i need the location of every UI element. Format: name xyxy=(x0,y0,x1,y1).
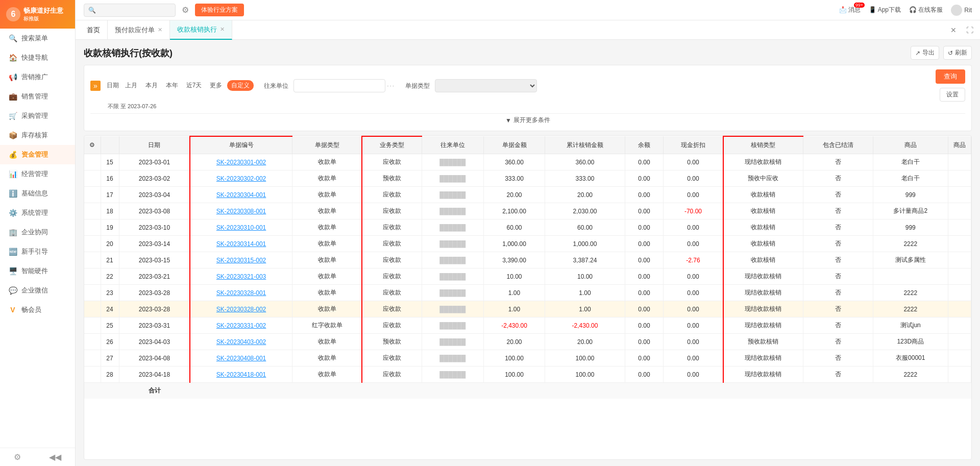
cell-receipt-no[interactable]: SK-20230308-001 xyxy=(190,203,292,219)
cell-receipt-no[interactable]: SK-20230301-002 xyxy=(190,154,292,170)
receipt-type-select[interactable] xyxy=(435,79,537,92)
cell-receipt-no[interactable]: SK-20230310-001 xyxy=(190,219,292,236)
cell-biz-type: 应收款 xyxy=(362,252,422,268)
cell-goods2 xyxy=(948,219,971,236)
cell-receipt-no[interactable]: SK-20230403-002 xyxy=(190,334,292,350)
cell-include-cleared: 否 xyxy=(803,187,873,203)
sidebar-item-member[interactable]: V 畅会员 xyxy=(0,300,75,320)
sidebar-item-corp[interactable]: 🏢 企业协同 xyxy=(0,223,75,242)
service-icon: 🎧 xyxy=(909,6,917,13)
sidebar-item-inventory-label: 库存核算 xyxy=(21,131,48,140)
col-gear[interactable]: ⚙ xyxy=(84,136,101,154)
cell-balance: 0.00 xyxy=(625,203,664,219)
tab-collection-close[interactable]: ✕ xyxy=(220,26,225,33)
cell-receipt-no[interactable]: SK-20230331-002 xyxy=(190,317,292,334)
sidebar: 6 畅康道好生意 标推版 🔍 搜索菜单 🏠 快捷导航 📢 营销推广 💼 销售管理… xyxy=(0,0,76,466)
message-area[interactable]: 📩 消息 99+ xyxy=(839,6,861,14)
sidebar-item-basic[interactable]: ℹ️ 基础信息 xyxy=(0,184,75,203)
cell-receipt-no[interactable]: SK-20230304-001 xyxy=(190,187,292,203)
cell-partner: ██████ xyxy=(422,154,483,170)
page-title: 收款核销执行(按收款) xyxy=(84,47,173,59)
date-this-month-btn[interactable]: 本月 xyxy=(142,80,161,91)
sidebar-item-shortcut[interactable]: 🏠 快捷导航 xyxy=(0,48,75,67)
date-more-btn[interactable]: 更多 xyxy=(207,80,225,91)
sidebar-item-purchase[interactable]: 🛒 采购管理 xyxy=(0,106,75,126)
cell-receipt-no[interactable]: SK-20230321-003 xyxy=(190,268,292,285)
date-custom-btn[interactable]: 自定义 xyxy=(227,80,254,91)
cell-receipt-no[interactable]: SK-20230302-002 xyxy=(190,170,292,187)
tab-collection[interactable]: 收款核销执行 ✕ xyxy=(170,20,232,40)
tab-prepay[interactable]: 预付款应付单 ✕ xyxy=(108,20,170,40)
user-area[interactable]: Rit xyxy=(951,5,972,16)
date-7days-btn[interactable]: 近7天 xyxy=(183,80,205,91)
tab-close-btn[interactable]: ✕ xyxy=(947,24,960,36)
date-prev-month-btn[interactable]: 上月 xyxy=(122,80,140,91)
tab-prepay-close[interactable]: ✕ xyxy=(158,27,162,33)
hardware-icon: 🖥️ xyxy=(8,267,17,275)
sidebar-item-inventory[interactable]: 📦 库存核算 xyxy=(0,126,75,145)
cell-include-cleared: 否 xyxy=(803,366,873,383)
topbar-search[interactable]: 🔍 xyxy=(84,4,176,17)
cell-include-cleared: 否 xyxy=(803,252,873,268)
sidebar-item-sales[interactable]: 💼 销售管理 xyxy=(0,87,75,106)
cell-balance: 0.00 xyxy=(625,236,664,252)
query-button[interactable]: 查询 xyxy=(936,69,965,84)
cell-amount: 100.00 xyxy=(483,366,545,383)
cell-receipt-no[interactable]: SK-20230315-002 xyxy=(190,252,292,268)
partner-dots[interactable]: ··· xyxy=(387,82,395,89)
sidebar-item-operation[interactable]: 📊 经营管理 xyxy=(0,164,75,184)
cell-receipt-type: 收款单 xyxy=(292,252,362,268)
table-row: 172023-03-04SK-20230304-001收款单应收款██████2… xyxy=(84,187,971,203)
tab-expand-btn[interactable]: ⛶ xyxy=(964,24,976,36)
sidebar-item-wechat[interactable]: 💬 企业微信 xyxy=(0,281,75,300)
sidebar-item-search[interactable]: 🔍 搜索菜单 xyxy=(0,29,75,48)
cell-rownum: 15 xyxy=(101,154,119,170)
cell-verify-type: 收款核销 xyxy=(723,236,803,252)
cell-check xyxy=(84,236,101,252)
date-range-display: 不限 至 2023-07-26 xyxy=(108,103,965,110)
cell-cumulative: 3,387.24 xyxy=(545,252,625,268)
cell-receipt-no[interactable]: SK-20230314-001 xyxy=(190,236,292,252)
date-this-year-btn[interactable]: 本年 xyxy=(163,80,181,91)
cell-check xyxy=(84,334,101,350)
online-service[interactable]: 🎧 在线客服 xyxy=(909,6,943,14)
sidebar-item-finance[interactable]: 💰 资金管理 xyxy=(0,145,75,164)
sidebar-item-basic-label: 基础信息 xyxy=(21,189,48,198)
cell-receipt-no[interactable]: SK-20230328-002 xyxy=(190,301,292,317)
refresh-button[interactable]: ↺ 刷新 xyxy=(943,46,972,60)
cell-receipt-no[interactable]: SK-20230328-001 xyxy=(190,285,292,301)
cell-receipt-type: 收款单 xyxy=(292,350,362,366)
cell-goods2 xyxy=(948,268,971,285)
cell-receipt-no[interactable]: SK-20230418-001 xyxy=(190,366,292,383)
cell-check xyxy=(84,252,101,268)
cell-amount: 20.00 xyxy=(483,334,545,350)
cell-cash-discount: 0.00 xyxy=(664,187,723,203)
tab-home[interactable]: 首页 xyxy=(80,20,108,40)
settings-icon[interactable]: ⚙ xyxy=(14,452,21,462)
app-download[interactable]: 📱 App下载 xyxy=(869,6,901,14)
corp-icon: 🏢 xyxy=(8,228,17,236)
cell-amount: 100.00 xyxy=(483,350,545,366)
collapse-icon[interactable]: ◀◀ xyxy=(49,452,61,462)
cell-receipt-no[interactable]: SK-20230408-001 xyxy=(190,350,292,366)
sidebar-item-system[interactable]: ⚙️ 系统管理 xyxy=(0,203,75,223)
sidebar-item-guide[interactable]: 🆕 新手引导 xyxy=(0,242,75,261)
table-gear-icon[interactable]: ⚙ xyxy=(89,141,95,149)
sidebar-item-wechat-label: 企业微信 xyxy=(21,286,48,295)
sidebar-item-marketing[interactable]: 📢 营销推广 xyxy=(0,67,75,87)
partner-input[interactable] xyxy=(293,79,385,92)
sidebar-item-hardware[interactable]: 🖥️ 智能硬件 xyxy=(0,261,75,281)
footer-receipt-no xyxy=(190,383,292,399)
cell-rownum: 27 xyxy=(101,350,119,366)
export-button[interactable]: ↗ 导出 xyxy=(911,46,939,60)
cell-biz-type: 预收款 xyxy=(362,170,422,187)
topbar-gear-icon[interactable]: ⚙ xyxy=(182,5,189,15)
cell-balance: 0.00 xyxy=(625,285,664,301)
expand-conditions-btn[interactable]: ▼ 展开更多条件 xyxy=(90,113,965,127)
cell-goods: 2222 xyxy=(873,285,948,301)
solution-button[interactable]: 体验行业方案 xyxy=(195,4,244,16)
set-button[interactable]: 设置 xyxy=(940,88,965,102)
sidebar-item-purchase-label: 采购管理 xyxy=(21,111,48,120)
filter-toggle-btn[interactable]: » xyxy=(90,81,101,91)
cell-receipt-type: 收款单 xyxy=(292,301,362,317)
